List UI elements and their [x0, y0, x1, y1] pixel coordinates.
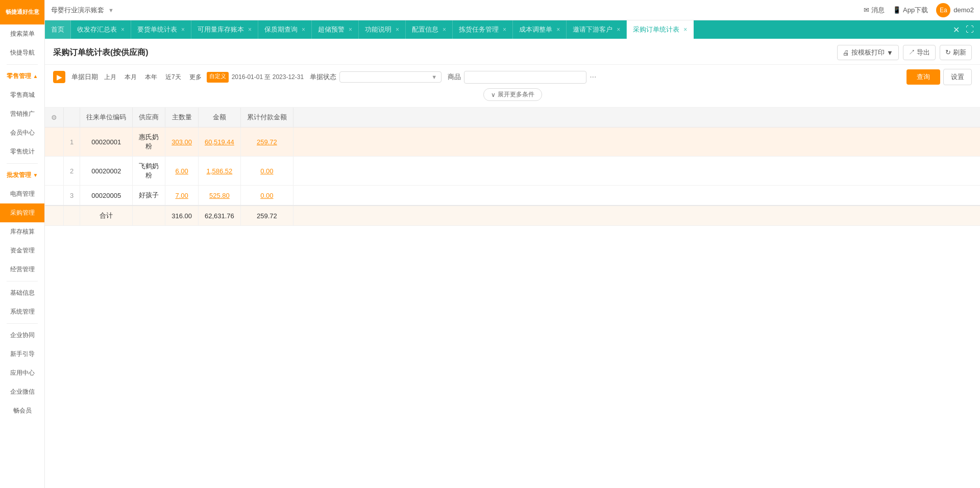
- tab-close-expiry[interactable]: ×: [302, 26, 305, 33]
- sidebar-item-search[interactable]: 搜索菜单: [0, 24, 45, 43]
- sidebar-item-enterprise[interactable]: 企业协同: [0, 326, 45, 345]
- main-qty-link-1[interactable]: 6.00: [175, 167, 188, 175]
- sidebar-item-quicknav[interactable]: 快捷导航: [0, 43, 45, 62]
- main-qty-link-0[interactable]: 303.00: [172, 138, 192, 146]
- cell-main-qty-2[interactable]: 7.00: [165, 186, 199, 206]
- tab-close-receive[interactable]: ×: [121, 26, 125, 33]
- print-icon: 🖨: [843, 49, 849, 57]
- status-select[interactable]: ▼: [339, 71, 442, 83]
- col-header-unit-code: 往来单位编码: [80, 108, 133, 127]
- sidebar-item-retail-stat[interactable]: 零售统计: [0, 142, 45, 161]
- paid-amount-link-2[interactable]: 0.00: [260, 192, 273, 199]
- filter-toggle-button[interactable]: ▶: [53, 71, 65, 83]
- message-button[interactable]: ✉ 消息: [864, 6, 885, 15]
- date-shortcut-more[interactable]: 更多: [186, 72, 205, 83]
- settings-button[interactable]: 设置: [943, 69, 972, 85]
- sidebar-item-wechat[interactable]: 企业微信: [0, 382, 45, 401]
- paid-amount-link-1[interactable]: 0.00: [260, 167, 273, 175]
- tab-config-info[interactable]: 配置信息 ×: [406, 20, 453, 39]
- amount-link-1[interactable]: 1,586.52: [207, 167, 233, 175]
- cell-amount-1[interactable]: 1,586.52: [199, 157, 241, 186]
- amount-link-2[interactable]: 525.80: [209, 192, 230, 199]
- tab-close-picking-task[interactable]: ×: [503, 26, 506, 33]
- cell-rownum-0: 1: [64, 127, 80, 157]
- tab-expiry[interactable]: 保质期查询 ×: [258, 20, 312, 39]
- tab-close-purchase-summary[interactable]: ×: [683, 26, 687, 33]
- sidebar-item-inventory[interactable]: 库存核算: [0, 222, 45, 241]
- sidebar-item-retail[interactable]: 零售管理 ▲: [0, 67, 45, 86]
- tab-close-all-button[interactable]: ✕: [951, 23, 962, 37]
- amount-link-0[interactable]: 60,519.44: [205, 138, 234, 146]
- sidebar-item-ecommerce[interactable]: 电商管理: [0, 185, 45, 203]
- col-header-main-qty: 主数量: [165, 108, 199, 127]
- tab-close-overstock[interactable]: ×: [349, 26, 352, 33]
- footer-paid-amount-cell: 259.72: [240, 206, 293, 226]
- sidebar-item-operation[interactable]: 经营管理: [0, 260, 45, 279]
- app-download-button[interactable]: 📱 App下载: [893, 6, 928, 15]
- tab-close-cost-adjust[interactable]: ×: [556, 26, 560, 33]
- tab-invite-downstream[interactable]: 邀请下游客户 ×: [567, 20, 627, 39]
- date-shortcut-this-month[interactable]: 本月: [121, 72, 140, 83]
- tab-receive[interactable]: 收发存汇总表 ×: [71, 20, 131, 39]
- date-shortcut-this-year[interactable]: 本年: [142, 72, 160, 83]
- refresh-button[interactable]: ↻ 刷新: [940, 45, 972, 60]
- footer-extra-cell: [293, 206, 980, 226]
- user-profile[interactable]: Ea demo2: [936, 3, 974, 17]
- sidebar-item-basic-info[interactable]: 基础信息: [0, 284, 45, 302]
- footer-rownum-cell: [64, 206, 80, 226]
- cell-main-qty-0[interactable]: 303.00: [165, 127, 199, 157]
- cell-settings-2: [45, 186, 64, 206]
- goods-input[interactable]: [464, 71, 586, 84]
- sidebar-item-app-center[interactable]: 应用中心: [0, 364, 45, 382]
- cell-supplier-2: 好孩子: [133, 186, 165, 206]
- cell-paid-amount-0[interactable]: 259.72: [240, 127, 293, 157]
- main-qty-link-2[interactable]: 7.00: [175, 192, 188, 199]
- cell-amount-0[interactable]: 60,519.44: [199, 127, 241, 157]
- date-shortcut-7days[interactable]: 近7天: [162, 72, 184, 83]
- expand-conditions-button[interactable]: ∨ 展开更多条件: [483, 88, 542, 101]
- cell-amount-2[interactable]: 525.80: [199, 186, 241, 206]
- column-settings-icon[interactable]: ⚙: [51, 114, 57, 121]
- tab-close-invite-downstream[interactable]: ×: [617, 26, 620, 33]
- sidebar-item-retail-shop[interactable]: 零售商城: [0, 86, 45, 105]
- tab-home[interactable]: 首页: [45, 20, 71, 39]
- workspace-selector[interactable]: 母婴行业演示账套 ▼: [51, 6, 114, 15]
- date-shortcut-last-month[interactable]: 上月: [101, 72, 119, 83]
- paid-amount-link-0[interactable]: 259.72: [257, 138, 277, 146]
- status-label: 单据状态: [310, 72, 336, 82]
- page-title: 采购订单统计表(按供应商): [53, 47, 149, 58]
- sidebar-item-purchase[interactable]: 采购管理: [0, 203, 45, 222]
- col-header-settings: ⚙: [45, 108, 64, 127]
- template-print-button[interactable]: 🖨 按模板打印 ▼: [837, 45, 899, 60]
- tab-picking-task[interactable]: 拣货任务管理 ×: [453, 20, 513, 39]
- cell-main-qty-1[interactable]: 6.00: [165, 157, 199, 186]
- export-button[interactable]: ↗ 导出: [903, 45, 936, 60]
- tab-close-available-stock[interactable]: ×: [248, 26, 252, 33]
- sidebar-item-member[interactable]: 会员中心: [0, 123, 45, 142]
- cell-unit-code-2: 00020005: [80, 186, 133, 206]
- date-range-display: 2016-01-01 至 2023-12-31: [232, 73, 304, 82]
- filter-area: ▶ 单据日期 上月 本月 本年 近7天 更多 自定义 2016-01-01 至 …: [45, 65, 980, 108]
- sidebar-item-newbie[interactable]: 新手引导: [0, 345, 45, 364]
- message-label: 消息: [871, 6, 885, 15]
- tab-close-order-summary[interactable]: ×: [181, 26, 185, 33]
- cell-paid-amount-1[interactable]: 0.00: [240, 157, 293, 186]
- tab-order-summary[interactable]: 要货单统计表 ×: [131, 20, 191, 39]
- tab-function-desc[interactable]: 功能说明 ×: [359, 20, 406, 39]
- tab-maximize-button[interactable]: ⛶: [964, 23, 976, 36]
- sidebar-item-finance[interactable]: 资金管理: [0, 241, 45, 260]
- tab-purchase-summary[interactable]: 采购订单统计表 ×: [627, 20, 694, 39]
- tab-available-stock[interactable]: 可用量库存账本 ×: [191, 20, 258, 39]
- sidebar-item-marketing[interactable]: 营销推广: [0, 105, 45, 123]
- sidebar-item-vip[interactable]: 畅会员: [0, 401, 45, 420]
- sidebar-item-system[interactable]: 系统管理: [0, 302, 45, 321]
- tab-cost-adjust[interactable]: 成本调整单 ×: [513, 20, 567, 39]
- cell-paid-amount-2[interactable]: 0.00: [240, 186, 293, 206]
- tab-close-function-desc[interactable]: ×: [396, 26, 399, 33]
- query-button[interactable]: 查询: [906, 69, 940, 85]
- tab-overstock[interactable]: 超储预警 ×: [312, 20, 359, 39]
- sidebar-item-wholesale[interactable]: 批发管理 ▼: [0, 166, 45, 185]
- cell-unit-code-0: 00020001: [80, 127, 133, 157]
- goods-more-icon[interactable]: ···: [590, 72, 596, 82]
- tab-close-config-info[interactable]: ×: [443, 26, 446, 33]
